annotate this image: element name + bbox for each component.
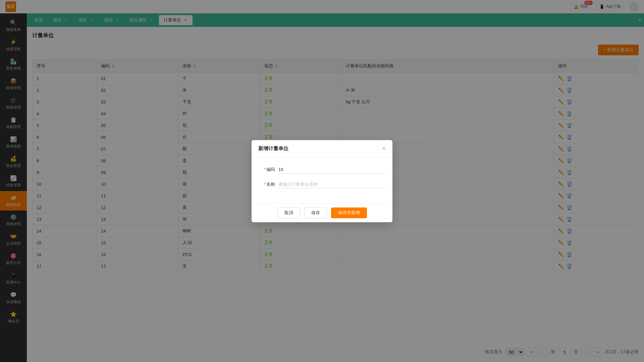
save-button[interactable]: 保存 — [304, 207, 327, 218]
form-item-code: 编码 — [258, 166, 386, 174]
name-input[interactable] — [278, 180, 386, 188]
code-input[interactable] — [278, 166, 386, 174]
modal-title: 新增计量单位 — [258, 145, 288, 152]
code-label: 编码 — [258, 167, 278, 173]
save-and-new-button[interactable]: 保存并新增 — [331, 207, 367, 218]
modal-close-button[interactable]: × — [382, 145, 386, 152]
modal-body: 编码 名称 — [252, 158, 392, 203]
modal-footer: 取消 保存 保存并新增 — [252, 203, 392, 222]
modal-header: 新增计量单位 × — [252, 140, 392, 158]
modal-overlay: 新增计量单位 × 编码 名称 取消 保存 保存并新增 — [0, 0, 644, 362]
cancel-button[interactable]: 取消 — [277, 207, 300, 218]
form-item-name: 名称 — [258, 180, 386, 188]
name-label: 名称 — [258, 181, 278, 187]
add-measure-unit-modal: 新增计量单位 × 编码 名称 取消 保存 保存并新增 — [252, 140, 392, 222]
